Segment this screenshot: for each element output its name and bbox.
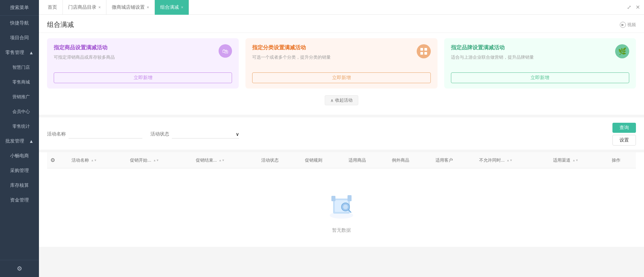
card-product-desc: 可指定滞销商品或库存较多商品	[54, 54, 232, 68]
window-controls: ⤢ ✕	[626, 4, 641, 10]
svg-rect-6	[424, 52, 427, 55]
sidebar-item-inventory-calc[interactable]: 库存核算	[0, 178, 39, 193]
tab-combo-discount[interactable]: 组合满减 ×	[155, 0, 189, 15]
col-promo-end[interactable]: 促销结束... ▲▼	[193, 152, 259, 168]
card-category: 指定分类设置满减活动 可选一个或者多个分类，提升分类的销量 立即新增	[245, 38, 437, 89]
sidebar-item-retail-mall[interactable]: 零售商城	[0, 75, 39, 90]
card-product-title: 指定商品设置满减活动	[54, 44, 232, 51]
card-brand-btn[interactable]: 立即新增	[451, 72, 629, 83]
tab-bar: 首页 门店商品目录 × 微商城店铺设置 × 组合满减 × ⤢ ✕	[39, 0, 644, 15]
close-button[interactable]: ✕	[635, 4, 641, 10]
col-applicable-products: 适用商品	[346, 152, 389, 168]
col-activity-status: 活动状态	[259, 152, 302, 168]
sort-icon-activity-name: ▲▼	[91, 159, 97, 162]
svg-rect-5	[420, 52, 423, 55]
sort-icon-concurrent: ▲▼	[507, 159, 513, 162]
svg-point-2	[417, 44, 431, 58]
card-category-btn[interactable]: 立即新增	[252, 72, 430, 83]
svg-rect-3	[420, 48, 423, 51]
tab-store-catalog[interactable]: 门店商品目录 ×	[63, 0, 106, 15]
page-header: 组合满减 ▶ 视频	[39, 15, 644, 33]
filter-activity-status-label: 活动状态	[150, 131, 169, 137]
settings-icon: ⚙	[17, 265, 22, 272]
filter-activity-status-group: 活动状态 ∨	[150, 130, 239, 138]
cards-section: 指定商品设置满减活动 可指定滞销商品或库存较多商品 🛍 立即新增 指定分类设置满…	[39, 33, 644, 115]
sidebar-item-wholesale-management[interactable]: 批发管理 ▲	[0, 134, 39, 149]
empty-state-icon	[325, 188, 358, 222]
sidebar-item-retail-management[interactable]: 零售管理 ▲	[0, 45, 39, 60]
sort-icon-channel: ▲▼	[572, 159, 579, 162]
expand-arrow-icon: ▲	[29, 50, 34, 55]
card-brand-desc: 适合与上游企业联合做营销，提升品牌销量	[451, 54, 629, 68]
svg-point-14	[343, 205, 348, 209]
collapse-icon: ∧	[330, 98, 334, 103]
empty-state: 暂无数据	[47, 168, 636, 247]
card-brand-title: 指定品牌设置满减活动	[451, 44, 629, 51]
play-icon: ▶	[620, 22, 626, 28]
card-product-btn[interactable]: 立即新增	[54, 72, 232, 83]
sidebar-item-member-center[interactable]: 会员中心	[0, 104, 39, 119]
sidebar-item-quick-nav[interactable]: 快捷导航	[0, 16, 39, 31]
col-applicable-channel[interactable]: 适用渠道 ▲▼	[550, 152, 609, 168]
col-promo-start[interactable]: 促销开始... ▲▼	[127, 152, 193, 168]
col-promo-rule: 促销规则	[302, 152, 346, 168]
card-product-icon: 🛍	[219, 44, 232, 60]
col-exception-products: 例外商品	[389, 152, 433, 168]
svg-rect-4	[424, 48, 427, 51]
filter-buttons: 查询 设置	[612, 123, 636, 146]
collapse-activity-btn[interactable]: ∧ 收起活动	[325, 95, 358, 105]
maximize-button[interactable]: ⤢	[626, 4, 632, 10]
sidebar-search[interactable]: 搜索菜单	[0, 0, 39, 16]
col-not-allow-concurrent[interactable]: 不允许同时... ▲▼	[476, 152, 550, 168]
col-gear: ⚙	[47, 152, 69, 168]
col-operations: 操作	[609, 152, 636, 168]
filter-section: 活动名称 活动状态 ∨ 查询 设置	[39, 117, 644, 150]
expand-arrow-icon-wholesale: ▲	[29, 138, 34, 144]
sidebar-item-retail-stats[interactable]: 零售统计	[0, 119, 39, 134]
column-settings-btn[interactable]: ⚙	[50, 156, 56, 164]
card-category-icon	[417, 44, 431, 61]
sidebar-item-finance-management[interactable]: 资金管理	[0, 193, 39, 208]
tab-close-combo-discount[interactable]: ×	[181, 5, 183, 10]
query-button[interactable]: 查询	[612, 123, 636, 133]
svg-rect-15	[331, 196, 335, 201]
page-content: 组合满减 ▶ 视频 指定商品设置满减活动 可指定滞销商品或库存较多商品 🛍	[39, 15, 644, 277]
sidebar-item-small-ecommerce[interactable]: 小畅电商	[0, 149, 39, 163]
svg-text:🛍: 🛍	[222, 48, 228, 55]
tab-home[interactable]: 首页	[42, 0, 63, 15]
table-wrap: ⚙ 活动名称 ▲▼ 促销开始... ▲▼ 促销结束...	[47, 152, 636, 168]
video-link[interactable]: ▶ 视频	[620, 22, 636, 28]
settings-button[interactable]: 设置	[612, 135, 636, 146]
sort-icon-promo-end: ▲▼	[219, 159, 225, 162]
tab-close-wechat-store[interactable]: ×	[147, 5, 149, 10]
page-title: 组合满减	[47, 20, 74, 29]
sidebar: 搜索菜单 快捷导航 项目合同 零售管理 ▲ 智慧门店 零售商城 营销推广 会员中…	[0, 0, 39, 277]
card-brand: 指定品牌设置满减活动 适合与上游企业联合做营销，提升品牌销量 🌿 立即新增	[444, 38, 636, 89]
col-applicable-customers: 适用客户	[433, 152, 476, 168]
card-category-desc: 可选一个或者多个分类，提升分类的销量	[252, 54, 430, 68]
filter-activity-name-input[interactable]	[68, 130, 142, 138]
sidebar-item-project-contract[interactable]: 项目合同	[0, 31, 39, 45]
sidebar-item-purchase-management[interactable]: 采购管理	[0, 163, 39, 178]
main-area: 首页 门店商品目录 × 微商城店铺设置 × 组合满减 × ⤢ ✕ 组合满减 ▶ …	[39, 0, 644, 277]
svg-text:🌿: 🌿	[618, 47, 626, 55]
table-section: ⚙ 活动名称 ▲▼ 促销开始... ▲▼ 促销结束...	[39, 152, 644, 247]
filter-activity-name-group: 活动名称	[47, 130, 142, 138]
col-activity-name[interactable]: 活动名称 ▲▼	[69, 152, 128, 168]
card-category-title: 指定分类设置满减活动	[252, 44, 430, 51]
card-brand-icon: 🌿	[615, 44, 629, 61]
tab-wechat-store-settings[interactable]: 微商城店铺设置 ×	[106, 0, 155, 15]
svg-rect-16	[348, 195, 352, 201]
filter-activity-name-label: 活动名称	[47, 131, 66, 137]
tab-close-store-catalog[interactable]: ×	[98, 5, 101, 10]
sidebar-settings[interactable]: ⚙	[0, 260, 39, 277]
card-product: 指定商品设置满减活动 可指定滞销商品或库存较多商品 🛍 立即新增	[47, 38, 239, 89]
sidebar-item-marketing[interactable]: 营销推广	[0, 90, 39, 104]
sidebar-item-smart-store[interactable]: 智慧门店	[0, 60, 39, 75]
table-header-row: ⚙ 活动名称 ▲▼ 促销开始... ▲▼ 促销结束...	[47, 152, 636, 168]
collapse-bar: ∧ 收起活动	[47, 93, 636, 109]
sort-icon-promo-start: ▲▼	[153, 159, 159, 162]
filter-activity-status-select[interactable]: ∨	[172, 130, 239, 138]
cards-row: 指定商品设置满减活动 可指定滞销商品或库存较多商品 🛍 立即新增 指定分类设置满…	[47, 38, 636, 89]
empty-state-text: 暂无数据	[332, 227, 351, 233]
